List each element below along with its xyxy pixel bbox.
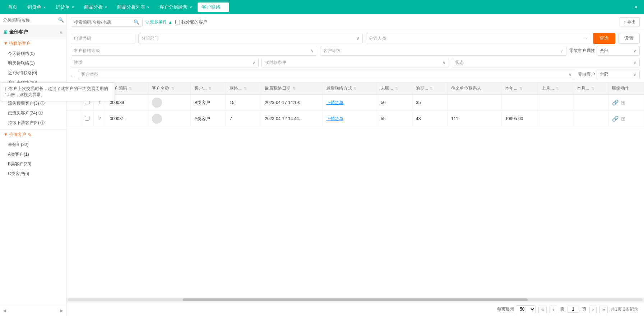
retail-customer-field[interactable]: 全部 ∨ [597, 70, 640, 79]
retail-attr-field[interactable]: 全部 ∨ [597, 46, 640, 56]
row-uncontacted: 55 [377, 111, 412, 127]
nav-customer-segmentation[interactable]: 客户分层经营 × [155, 3, 196, 12]
pending-group-header[interactable]: ▼ 待联络客户 [0, 38, 66, 49]
current-page-input[interactable] [567, 306, 579, 313]
price-level-arrow: ∨ [311, 48, 314, 53]
first-page-btn[interactable]: « [538, 306, 547, 313]
close-customer-contact[interactable]: × [223, 5, 225, 9]
close-product-analysis[interactable]: × [105, 5, 107, 9]
nav-customer-contact[interactable]: 客户联络 × [198, 3, 229, 12]
sort-name-icon[interactable]: ⇅ [171, 86, 174, 90]
more-dots[interactable]: ... [71, 72, 75, 77]
sort-contact-icon[interactable]: ⇅ [244, 86, 247, 90]
sort-this-year-icon[interactable]: ⇅ [519, 86, 522, 90]
table-row: 2 000031 A类客户 7 2023-04-12 14:44: 下销货单 5… [66, 111, 644, 127]
action-grid-icon[interactable]: ⊞ [621, 99, 626, 106]
scroll-track [68, 298, 643, 301]
last-contact-link[interactable]: 下销货单 [326, 116, 343, 121]
nature-field[interactable]: 性质 ∨ [71, 58, 259, 67]
sidebar-search-icon[interactable]: 🔍 [58, 17, 64, 23]
value-group: ▼ 价值客户 ✎ 未分组(32) A类客户(1) B类客户(33) C类客户(6… [0, 129, 66, 179]
status-field[interactable]: 状态 ∨ [452, 58, 640, 67]
grid-icon: ⊞ [4, 29, 8, 35]
sort-overdue-icon[interactable]: ⇅ [430, 86, 433, 90]
sidebar-scroll-left[interactable]: ◀ [3, 308, 6, 313]
sort-last-month-icon[interactable]: ⇅ [556, 86, 559, 90]
sort-category-icon[interactable]: ⇅ [209, 86, 212, 90]
close-product-analysis-list[interactable]: × [147, 5, 149, 9]
next-page-btn[interactable]: › [589, 306, 597, 313]
sidebar-item-declining[interactable]: 持续下滑客户(2) ⓘ [0, 118, 66, 128]
sidebar-scroll-right[interactable]: ▶ [60, 308, 63, 313]
action-link-icon[interactable]: 🔗 [612, 99, 619, 106]
sort-uncontacted-icon[interactable]: ⇅ [395, 86, 398, 90]
my-customer-checkbox[interactable] [175, 20, 180, 24]
close-customer-segmentation[interactable]: × [190, 5, 192, 9]
customer-type-field[interactable]: 客户类型 ∨ [78, 70, 575, 79]
row-category: B类客户 [191, 95, 226, 111]
more-conditions-label: 更多条件 [150, 19, 167, 25]
th-last-contact-method: 最后联络方式 ⇅ [322, 82, 377, 95]
nature-arrow: ∨ [252, 60, 255, 65]
customer-level-field[interactable]: 客户等级 ∨ [320, 46, 566, 56]
nav-product-analysis-list[interactable]: 商品分析列表 × [113, 3, 154, 12]
sort-code-icon[interactable]: ⇅ [129, 86, 132, 90]
my-customer-filter: 我分管的客户 [175, 19, 207, 25]
query-button[interactable]: 查询 [593, 33, 615, 44]
sidebar-item-churned[interactable]: 已流失客户(24) ⓘ [0, 108, 66, 118]
close-all-tabs[interactable]: × [631, 3, 640, 12]
sidebar-item-class-b[interactable]: B类客户(33) [0, 159, 66, 169]
export-button[interactable]: ↑ 导出 [620, 17, 640, 27]
filter-more-conditions[interactable]: ▽ 更多条件 ▲ [145, 19, 172, 25]
department-field[interactable]: 分管部门 ∨ [138, 34, 363, 43]
action-link-icon[interactable]: 🔗 [612, 115, 619, 122]
filter-search-input[interactable] [74, 20, 132, 25]
per-page-select[interactable]: 50 100 200 [516, 305, 536, 313]
sort-this-month-icon[interactable]: ⇅ [591, 86, 594, 90]
department-arrow: ∨ [356, 36, 360, 41]
top-navigation: 首页 销货单 × 进货单 × 商品分析 × 商品分析列表 × 客户分层经营 × … [0, 0, 644, 14]
phone-field[interactable]: 电话号码 [71, 34, 135, 43]
phone-label: 电话号码 [74, 36, 129, 42]
horizontal-scrollbar[interactable] [66, 298, 644, 302]
action-grid-icon[interactable]: ⊞ [621, 115, 626, 122]
nav-sales-order[interactable]: 销货单 × [23, 3, 50, 12]
prev-page-btn[interactable]: ‹ [550, 306, 557, 313]
sidebar-item-ungrouped[interactable]: 未分组(32) [0, 140, 66, 150]
payment-field[interactable]: 收付款条件 ∨ [261, 58, 449, 67]
sidebar-search-input[interactable] [3, 18, 57, 23]
supervisor-field[interactable]: 分管人员 ··· [366, 34, 590, 43]
nav-purchase-order[interactable]: 进货单 × [51, 3, 78, 12]
price-level-label: 客户价格等级 [74, 48, 308, 54]
sidebar-item-7days[interactable]: 近7天待联络(0) [0, 68, 66, 78]
sidebar-item-tomorrow[interactable]: 明天待联络(1) [0, 58, 66, 68]
close-purchase-order[interactable]: × [72, 5, 74, 9]
avatar [152, 98, 162, 108]
edit-icon[interactable]: ✎ [28, 132, 32, 138]
price-level-field[interactable]: 客户价格等级 ∨ [71, 46, 317, 56]
collapse-sidebar-icon[interactable]: » [60, 29, 62, 35]
settings-button[interactable]: 设置 [618, 33, 640, 44]
close-sales-order[interactable]: × [43, 5, 46, 9]
th-last-month: 上月... ⇅ [538, 82, 573, 95]
filter-icon: ▽ [145, 20, 149, 25]
all-customers-header[interactable]: ⊞ 全部客户 » [0, 26, 66, 38]
filter-row-4: ... 客户类型 ∨ 零散客户 全部 ∨ [71, 70, 640, 79]
nav-product-analysis[interactable]: 商品分析 × [80, 3, 111, 12]
sidebar-item-today[interactable]: 今天待联络(0) [0, 49, 66, 58]
row-unit-contact [448, 95, 501, 111]
filter-search-icon[interactable]: 🔍 [134, 19, 139, 25]
nav-home[interactable]: 首页 [4, 3, 22, 12]
all-customers-label: 全部客户 [9, 29, 28, 35]
sort-last-date-icon[interactable]: ⇅ [293, 86, 296, 90]
main-layout: 🔍 ⊞ 全部客户 » ▼ 待联络客户 今天待联络(0) 明天待联络(1) 近7天… [0, 14, 644, 316]
scroll-thumb[interactable] [183, 298, 528, 301]
row-checkbox[interactable] [85, 116, 89, 121]
last-page-btn[interactable]: » [599, 306, 608, 313]
last-contact-link[interactable]: 下销货单 [326, 100, 343, 105]
value-group-header[interactable]: ▼ 价值客户 ✎ [0, 129, 66, 140]
sidebar-item-class-c[interactable]: C类客户(6) [0, 169, 66, 179]
sort-last-method-icon[interactable]: ⇅ [354, 86, 357, 90]
tooltip-box: 距客户上次交易时长，超过了此客户的平均交易周期的1.5倍，则视为异常。 [0, 82, 66, 101]
sidebar-item-class-a[interactable]: A类客户(1) [0, 150, 66, 159]
